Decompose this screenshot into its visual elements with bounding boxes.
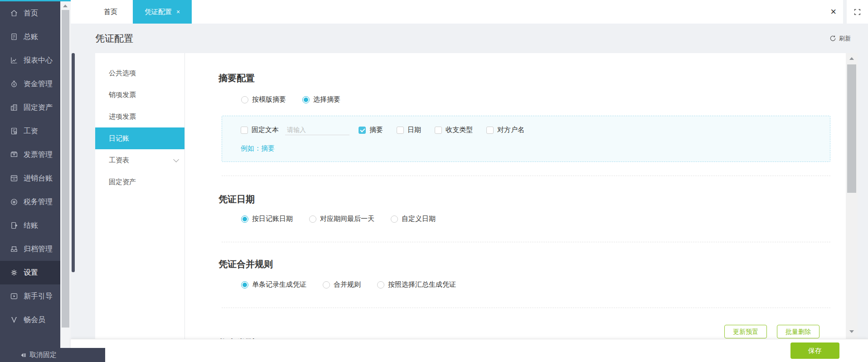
checkbox-icon[interactable] xyxy=(435,127,442,134)
tab-home[interactable]: 首页 xyxy=(97,0,125,24)
beginner-guide-icon xyxy=(10,292,18,300)
config-nav-item-common-options[interactable]: 公共选项 xyxy=(95,62,184,84)
summary-config-title: 摘要配置 xyxy=(218,72,830,84)
checkbox-date[interactable]: 日期 xyxy=(397,126,421,134)
report-center-icon xyxy=(10,56,18,64)
scroll-up-icon[interactable] xyxy=(63,5,68,7)
radio-icon[interactable] xyxy=(309,215,316,223)
collapse-sidebar-button[interactable]: 取消固定 xyxy=(0,348,105,362)
radio-label: 合并规则 xyxy=(334,280,361,289)
archive-icon xyxy=(10,245,18,253)
voucher-date-radio-row: 按日记账日期 对应期间最后一天 自定义日期 xyxy=(241,215,830,223)
radio-icon[interactable] xyxy=(391,215,398,223)
sidebar-item-funds[interactable]: 资金管理 xyxy=(0,72,60,96)
checkbox-label: 摘要 xyxy=(369,126,383,134)
config-nav-item-output-invoice[interactable]: 销项发票 xyxy=(95,84,184,106)
sidebar-item-label: 进销台账 xyxy=(24,174,53,183)
radio-custom-date[interactable]: 自定义日期 xyxy=(391,215,436,223)
refresh-label: 刷新 xyxy=(839,34,851,43)
sidebar-item-tax[interactable]: 税务管理 xyxy=(0,190,60,214)
radio-label: 单条记录生成凭证 xyxy=(252,280,306,289)
sidebar-item-archive[interactable]: 归档管理 xyxy=(0,237,60,261)
checkbox-summary[interactable]: 摘要 xyxy=(359,126,383,134)
merge-rule-title: 凭证合并规则 xyxy=(218,258,830,270)
scroll-down-icon[interactable] xyxy=(849,330,854,333)
sidebar-item-salary[interactable]: 工资 xyxy=(0,119,60,143)
sidebar-scrollbar-thumb[interactable] xyxy=(62,10,69,328)
checkbox-icon[interactable] xyxy=(241,127,248,134)
checkbox-fixed-text[interactable]: 固定文本 xyxy=(241,126,279,134)
config-nav-label: 销项发票 xyxy=(109,91,136,99)
config-nav-item-journal[interactable]: 日记账 xyxy=(95,127,184,149)
fullscreen-button[interactable] xyxy=(843,0,868,24)
radio-select-summary[interactable]: 选择摘要 xyxy=(302,95,340,104)
radio-journal-date[interactable]: 按日记账日期 xyxy=(241,215,293,223)
radio-selected-icon[interactable] xyxy=(241,281,248,289)
radio-period-last-day[interactable]: 对应期间最后一天 xyxy=(309,215,374,223)
sidebar-item-home[interactable]: 首页 xyxy=(0,1,60,25)
radio-single-record[interactable]: 单条记录生成凭证 xyxy=(241,280,306,289)
save-button[interactable]: 保存 xyxy=(790,342,839,359)
radio-icon[interactable] xyxy=(323,281,330,289)
radio-summarize-by-selection[interactable]: 按照选择汇总生成凭证 xyxy=(377,280,456,289)
sidebar-item-label: 发票管理 xyxy=(24,150,53,160)
summary-options-row: 固定文本 摘要 日期 xyxy=(241,125,830,135)
sidebar-item-fixed-assets[interactable]: 固定资产 xyxy=(0,96,60,119)
close-icon: × xyxy=(830,7,836,17)
content-scrollbar-thumb[interactable] xyxy=(847,64,856,193)
sidebar-item-label: 固定资产 xyxy=(24,103,53,113)
radio-icon[interactable] xyxy=(241,96,248,103)
tab-bar: 首页 凭证配置 × × xyxy=(71,0,868,24)
sidebar-item-member[interactable]: 畅会员 xyxy=(0,308,60,332)
summary-example-text: 例如：摘要 xyxy=(241,144,830,153)
checkbox-income-expense-type[interactable]: 收支类型 xyxy=(435,126,473,134)
sidebar-item-invoice[interactable]: 发票管理 xyxy=(0,143,60,166)
radio-selected-icon[interactable] xyxy=(241,215,248,223)
config-nav-item-input-invoice[interactable]: 进项发票 xyxy=(95,106,184,127)
sidebar-item-beginner-guide[interactable]: 新手引导 xyxy=(0,284,60,308)
checkbox-checked-icon[interactable] xyxy=(359,127,366,134)
sidebar-item-closing[interactable]: 结账 xyxy=(0,214,60,237)
radio-selected-icon[interactable] xyxy=(302,96,310,103)
config-nav-label: 日记账 xyxy=(109,134,129,143)
radio-label: 按日记账日期 xyxy=(252,215,293,223)
scroll-up-icon[interactable] xyxy=(849,57,854,60)
right-gutter xyxy=(858,53,868,339)
checkbox-counterparty-name[interactable]: 对方户名 xyxy=(486,126,524,134)
tab-voucher-config-label: 凭证配置 xyxy=(145,8,172,16)
refresh-button[interactable]: 刷新 xyxy=(829,34,851,43)
salary-icon xyxy=(10,127,18,135)
sidebar-item-purchase-sales-ledger[interactable]: 进销台账 xyxy=(0,166,60,190)
config-nav-label: 公共选项 xyxy=(109,69,136,78)
chevron-down-icon xyxy=(173,157,179,162)
sidebar-item-label: 总账 xyxy=(24,32,38,42)
config-nav-item-fixed-assets[interactable]: 固定资产 xyxy=(95,171,184,193)
sidebar-item-label: 设置 xyxy=(24,268,38,278)
checkbox-icon[interactable] xyxy=(397,127,404,134)
sidebar-item-settings[interactable]: 设置 xyxy=(0,261,60,284)
config-nav-item-salary-sheet[interactable]: 工资表 xyxy=(95,149,184,171)
sidebar-item-report-center[interactable]: 报表中心 xyxy=(0,49,60,72)
sidebar-item-label: 工资 xyxy=(24,127,38,136)
content-scrollbar[interactable] xyxy=(846,53,858,339)
tab-close-icon[interactable]: × xyxy=(176,8,180,15)
fullscreen-icon xyxy=(853,8,861,16)
window-close-button[interactable]: × xyxy=(824,0,843,24)
radio-label: 自定义日期 xyxy=(402,215,436,223)
tab-voucher-config[interactable]: 凭证配置 × xyxy=(133,0,192,24)
sidebar-item-general-ledger[interactable]: 总账 xyxy=(0,25,60,49)
tax-icon xyxy=(10,198,18,206)
batch-delete-button[interactable]: 批量删除 xyxy=(777,325,820,338)
radio-icon[interactable] xyxy=(377,281,384,289)
radio-label: 按照选择汇总生成凭证 xyxy=(388,280,456,289)
summary-options-box: 固定文本 摘要 日期 xyxy=(222,116,830,162)
radio-merge-rule[interactable]: 合并规则 xyxy=(323,280,361,289)
preset-buttons: 更新预置 批量删除 xyxy=(724,325,820,338)
sidebar-scrollbar[interactable] xyxy=(60,0,71,362)
panel-scrollbar-thumb[interactable] xyxy=(72,53,75,272)
radio-template-summary[interactable]: 按模版摘要 xyxy=(241,95,286,104)
fixed-text-input[interactable] xyxy=(285,125,349,135)
app-window: 首页 总账 报表中心 资金管理 固定资产 工资 发票管理 进销台账 xyxy=(0,0,868,362)
update-preset-button[interactable]: 更新预置 xyxy=(724,325,767,338)
checkbox-icon[interactable] xyxy=(486,127,494,134)
